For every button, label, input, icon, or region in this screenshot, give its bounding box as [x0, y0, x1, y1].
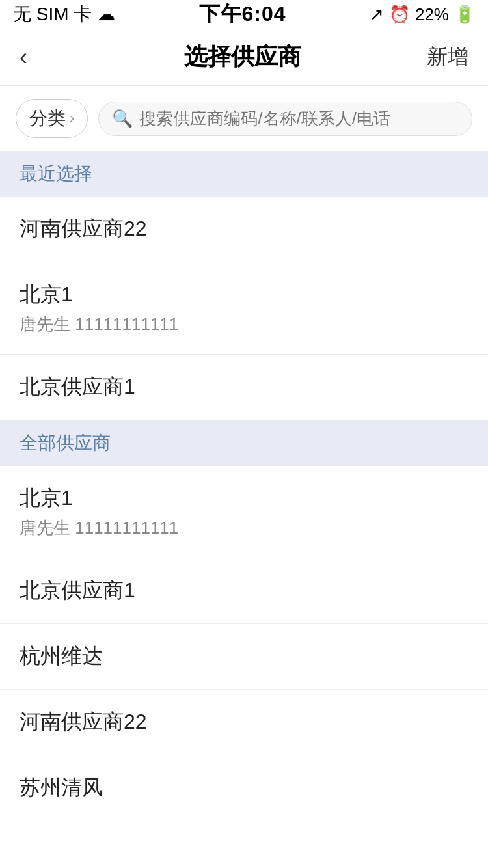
- add-new-button[interactable]: 新增: [427, 43, 468, 72]
- item-name: 北京1: [20, 280, 468, 309]
- list-item[interactable]: 河南供应商22: [0, 197, 488, 262]
- list-item[interactable]: 北京1 唐先生 11111111111: [0, 466, 488, 558]
- alarm-icon: ⏰: [389, 5, 410, 25]
- item-name: 杭州维达: [20, 642, 468, 671]
- search-icon: 🔍: [112, 109, 133, 129]
- list-item[interactable]: 北京供应商1: [0, 558, 488, 624]
- item-name: 河南供应商22: [20, 708, 468, 737]
- all-section-header: 全部供应商: [0, 420, 488, 466]
- search-box[interactable]: 🔍: [98, 102, 472, 136]
- item-detail: 唐先生 11111111111: [20, 313, 468, 336]
- nav-bar: ‹ 选择供应商 新增: [0, 29, 488, 86]
- item-name: 河南供应商22: [20, 215, 468, 243]
- recent-list: 河南供应商22 北京1 唐先生 11111111111 北京供应商1: [0, 197, 488, 420]
- list-item[interactable]: 北京供应商1: [0, 355, 488, 420]
- status-left: 无 SIM 卡 ☁: [13, 2, 115, 27]
- chevron-right-icon: ›: [70, 110, 74, 127]
- item-name: 北京供应商1: [20, 576, 468, 605]
- status-bar: 无 SIM 卡 ☁ 下午6:04 ↗ ⏰ 22% 🔋: [0, 0, 488, 29]
- back-button[interactable]: ‹: [20, 44, 59, 71]
- filter-bar: 分类 › 🔍: [0, 86, 488, 151]
- item-detail: 唐先生 11111111111: [20, 517, 468, 539]
- status-right: ↗ ⏰ 22% 🔋: [370, 5, 475, 25]
- all-list: 北京1 唐先生 11111111111 北京供应商1 杭州维达 河南供应商22 …: [0, 466, 488, 821]
- battery-icon: 🔋: [454, 5, 475, 25]
- item-name: 北京1: [20, 484, 468, 513]
- list-item[interactable]: 北京1 唐先生 11111111111: [0, 262, 488, 355]
- list-item[interactable]: 苏州清风: [0, 755, 488, 821]
- battery-label: 22%: [415, 5, 449, 25]
- category-button[interactable]: 分类 ›: [16, 99, 88, 138]
- item-name: 苏州清风: [20, 774, 468, 802]
- item-name: 北京供应商1: [20, 373, 468, 401]
- recent-section-header: 最近选择: [0, 151, 488, 197]
- list-item[interactable]: 杭州维达: [0, 624, 488, 690]
- list-item[interactable]: 河南供应商22: [0, 690, 488, 755]
- page-title: 选择供应商: [184, 41, 301, 73]
- status-time: 下午6:04: [199, 0, 286, 29]
- category-label: 分类: [29, 106, 66, 131]
- no-sim-label: 无 SIM 卡 ☁: [13, 2, 115, 27]
- search-input[interactable]: [139, 109, 459, 129]
- location-icon: ↗: [370, 5, 384, 25]
